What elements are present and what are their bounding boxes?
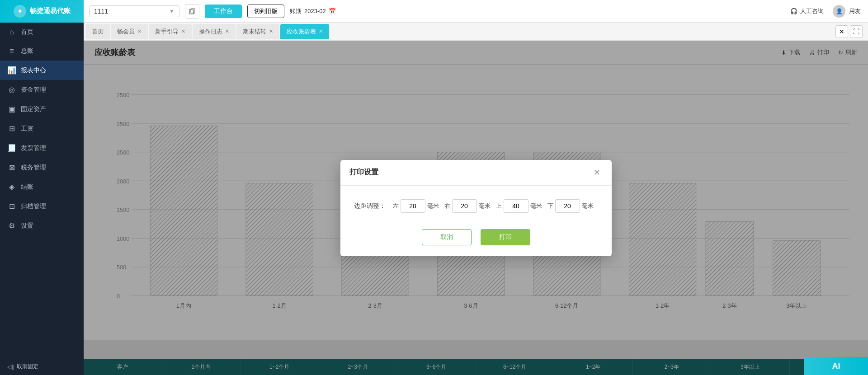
sidebar-item-settings-label: 设置: [21, 222, 33, 230]
left-direction-label: 左: [393, 202, 399, 210]
user-area[interactable]: 👤 用友: [833, 5, 861, 18]
tab-oplog-close[interactable]: ✕: [225, 28, 229, 34]
top-unit-label: 毫米: [530, 202, 542, 210]
sidebar-item-fund-label: 资金管理: [21, 86, 46, 94]
tab-period-end-close[interactable]: ✕: [269, 28, 273, 34]
service-button[interactable]: 🎧 人工咨询: [790, 7, 824, 15]
sidebar: ⌂ 首页 ≡ 总账 📊 报表中心 ◎ 资金管理 ▣ 固定资产 ⊞ 工资: [0, 23, 84, 375]
margin-left-group: 左 毫米: [393, 199, 439, 213]
tab-oplog[interactable]: 操作日志 ✕: [193, 24, 236, 39]
cancel-button[interactable]: 取消: [422, 229, 472, 245]
sidebar-item-ledger[interactable]: ≡ 总账: [0, 42, 84, 61]
copy-button[interactable]: [185, 4, 199, 19]
avatar: 👤: [833, 5, 845, 18]
sidebar-item-assets[interactable]: ▣ 固定资产: [0, 99, 84, 119]
ai-badge[interactable]: Ai: [804, 357, 868, 375]
fund-icon: ◎: [7, 85, 16, 94]
tab-oplog-label: 操作日志: [199, 28, 222, 36]
sidebar-item-ledger-label: 总账: [21, 47, 33, 55]
headset-icon: 🎧: [790, 8, 797, 14]
sidebar-bottom-label: 取消固定: [17, 363, 38, 370]
sidebar-item-salary-label: 工资: [21, 125, 33, 133]
left-margin-input[interactable]: [401, 199, 425, 213]
assets-icon: ▣: [7, 105, 16, 113]
logo-area: ✦ 畅捷通易代账: [0, 0, 84, 23]
sidebar-item-invoice[interactable]: 🧾 发票管理: [0, 138, 84, 158]
sidebar-item-invoice-label: 发票管理: [21, 144, 46, 152]
workbench-button[interactable]: 工作台: [205, 5, 242, 18]
switch-old-button[interactable]: 切到旧版: [247, 5, 284, 18]
user-label: 用友: [849, 7, 861, 15]
sidebar-item-tax[interactable]: ⊠ 税务管理: [0, 158, 84, 177]
company-name: 1111: [94, 8, 165, 15]
dialog-body: 边距调整： 左 毫米 右 毫米: [340, 186, 612, 222]
company-selector[interactable]: 1111 ▼: [89, 5, 179, 17]
left-unit-label: 毫米: [427, 202, 439, 210]
sidebar-item-settle[interactable]: ◈ 结账: [0, 177, 84, 197]
account-period-value: 2023-02: [304, 8, 326, 14]
content-area: 首页 畅会员 ✕ 新手引导 ✕ 操作日志 ✕ 期末结转 ✕ 应收账龄表 ✕: [84, 23, 868, 375]
tab-guide-close[interactable]: ✕: [181, 28, 185, 34]
sidebar-collapse-button[interactable]: ◁‖ 取消固定: [0, 358, 84, 375]
margin-bottom-group: 下 毫米: [547, 199, 594, 213]
page-content: 应收账龄表 ⬇ 下载 🖨 打印 ↻ 刷新: [84, 41, 868, 375]
tab-close-all-button[interactable]: ✕: [835, 25, 848, 38]
sidebar-item-archive[interactable]: ⊡ 归档管理: [0, 197, 84, 216]
margin-row: 边距调整： 左 毫米 右 毫米: [354, 199, 598, 213]
tab-actions: ✕ ⛶: [835, 25, 866, 38]
top-margin-input[interactable]: [504, 199, 528, 213]
tab-home[interactable]: 首页: [85, 24, 110, 39]
archive-icon: ⊡: [7, 202, 16, 211]
settle-icon: ◈: [7, 183, 16, 191]
tab-guide-label: 新手引导: [155, 28, 179, 36]
bottom-unit-label: 毫米: [582, 202, 594, 210]
logo-icon: ✦: [14, 5, 26, 18]
account-period-label: 账期: [290, 7, 302, 15]
right-unit-label: 毫米: [479, 202, 491, 210]
tab-ar-aging-close[interactable]: ✕: [319, 28, 323, 34]
sidebar-item-report-label: 报表中心: [21, 66, 46, 75]
tab-member-close[interactable]: ✕: [137, 28, 142, 34]
dropdown-arrow-icon: ▼: [169, 8, 175, 14]
print-dialog: 打印设置 ✕ 边距调整： 左 毫米 右: [340, 160, 612, 256]
sidebar-item-home-label: 首页: [21, 28, 33, 36]
tab-period-end-label: 期末结转: [243, 28, 266, 36]
calendar-icon[interactable]: 📅: [329, 8, 336, 14]
sidebar-item-report[interactable]: 📊 报表中心: [0, 61, 84, 80]
dialog-footer: 取消 打印: [340, 222, 612, 256]
tab-ar-aging-label: 应收账龄表: [287, 28, 316, 36]
dialog-header: 打印设置 ✕: [340, 160, 612, 186]
ledger-icon: ≡: [7, 47, 16, 55]
sidebar-item-home[interactable]: ⌂ 首页: [0, 23, 84, 42]
tab-expand-button[interactable]: ⛶: [850, 25, 863, 38]
sidebar-item-settle-label: 结账: [21, 183, 33, 191]
collapse-icon: ◁‖: [7, 364, 14, 370]
right-direction-label: 右: [444, 202, 450, 210]
modal-overlay: 打印设置 ✕ 边距调整： 左 毫米 右: [84, 41, 868, 375]
header-right: 🎧 人工咨询 👤 用友: [790, 5, 861, 18]
bottom-margin-input[interactable]: [555, 199, 580, 213]
sidebar-item-assets-label: 固定资产: [21, 105, 46, 113]
margin-top-group: 上 毫米: [496, 199, 542, 213]
account-period: 账期 2023-02 📅: [290, 7, 336, 15]
sidebar-item-salary[interactable]: ⊞ 工资: [0, 119, 84, 138]
top-header: ✦ 畅捷通易代账 1111 ▼ 工作台 切到旧版 账期 2023-02 📅 🎧 …: [0, 0, 868, 23]
tab-period-end[interactable]: 期末结转 ✕: [236, 24, 279, 39]
tax-icon: ⊠: [7, 163, 16, 172]
tab-ar-aging[interactable]: 应收账龄表 ✕: [280, 24, 329, 39]
tab-guide[interactable]: 新手引导 ✕: [149, 24, 192, 39]
home-icon: ⌂: [7, 28, 16, 36]
margin-label: 边距调整：: [354, 202, 386, 210]
ai-badge-label: Ai: [832, 361, 840, 371]
print-confirm-button[interactable]: 打印: [481, 229, 530, 245]
dialog-close-button[interactable]: ✕: [592, 167, 603, 178]
logo-text: 畅捷通易代账: [30, 7, 71, 15]
tab-member[interactable]: 畅会员 ✕: [111, 24, 148, 39]
bottom-direction-label: 下: [547, 202, 553, 210]
margin-right-group: 右 毫米: [444, 199, 491, 213]
sidebar-item-fund[interactable]: ◎ 资金管理: [0, 80, 84, 99]
right-margin-input[interactable]: [452, 199, 477, 213]
tab-member-label: 畅会员: [117, 28, 135, 36]
sidebar-item-archive-label: 归档管理: [21, 202, 46, 211]
sidebar-item-settings[interactable]: ⚙ 设置: [0, 216, 84, 235]
